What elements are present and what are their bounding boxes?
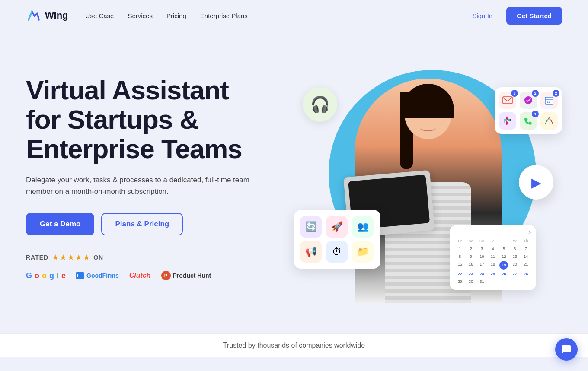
chat-icon bbox=[561, 344, 572, 355]
dash-item-6: 📁 bbox=[352, 241, 374, 263]
rating-section: RATED ★ ★ ★ ★ ★ ON bbox=[26, 253, 251, 262]
nav-left: Wing Use Case Services Pricing Enterpris… bbox=[26, 8, 248, 23]
ph-text: Product Hunt bbox=[173, 272, 211, 279]
dashboard-card: 🔄 🚀 👥 📢 ⏱ 📁 bbox=[294, 210, 380, 269]
dash-item-5: ⏱ bbox=[326, 241, 348, 263]
dash-item-2: 🚀 bbox=[326, 216, 348, 238]
ph-icon: P bbox=[161, 271, 171, 280]
logo[interactable]: Wing bbox=[26, 8, 68, 23]
star-3: ★ bbox=[67, 253, 74, 262]
app-icons-card: 3 2 31 2 1 bbox=[495, 87, 562, 134]
star-2: ★ bbox=[60, 253, 67, 262]
trust-logos: Google f GoodFirms Clutch P Product Hunt bbox=[26, 271, 251, 280]
calendar-icon: 31 2 bbox=[540, 92, 558, 109]
logo-text: Wing bbox=[45, 10, 68, 21]
svg-rect-8 bbox=[504, 119, 507, 121]
svg-text:f: f bbox=[77, 273, 79, 278]
plans-pricing-button[interactable]: Plans & Pricing bbox=[101, 213, 183, 235]
bottom-strip: Trusted by thousands of companies worldw… bbox=[0, 333, 588, 357]
hero-section: Virtual Assistant for Startups & Enterpr… bbox=[0, 31, 588, 333]
svg-rect-2 bbox=[503, 97, 512, 104]
rating-on: ON bbox=[93, 254, 103, 261]
hero-subtitle: Delegate your work, tasks & processes to… bbox=[26, 174, 251, 197]
svg-rect-10 bbox=[504, 121, 505, 123]
dashboard-grid: 🔄 🚀 👥 📢 ⏱ 📁 bbox=[300, 216, 374, 263]
dash-item-4: 📢 bbox=[300, 241, 322, 263]
get-demo-button[interactable]: Get a Demo bbox=[26, 213, 94, 235]
stars: ★ ★ ★ ★ ★ bbox=[52, 253, 90, 262]
notion-icon: 2 bbox=[520, 92, 537, 109]
hero-buttons: Get a Demo Plans & Pricing bbox=[26, 213, 251, 235]
get-started-button[interactable]: Get Started bbox=[506, 7, 562, 25]
wing-logo-icon bbox=[26, 8, 42, 23]
star-4: ★ bbox=[75, 253, 82, 262]
nav-right: Sign In Get Started bbox=[465, 7, 562, 25]
bottom-strip-text: Trusted by thousands of companies worldw… bbox=[223, 342, 365, 349]
today-indicator: 19 bbox=[499, 261, 508, 270]
calendar-card: > Fr Sa Su M T W Th 1 2 3 4 5 6 7 8 9 10… bbox=[450, 225, 536, 290]
star-1: ★ bbox=[52, 253, 59, 262]
cal-header: > bbox=[455, 230, 531, 235]
signin-button[interactable]: Sign In bbox=[465, 9, 499, 23]
google-logo: Google bbox=[26, 271, 66, 280]
navbar: Wing Use Case Services Pricing Enterpris… bbox=[0, 0, 588, 31]
goodfirms-logo: f GoodFirms bbox=[76, 272, 119, 279]
play-button[interactable]: ▶ bbox=[519, 165, 553, 200]
svg-rect-7 bbox=[506, 121, 508, 125]
phone-icon: 1 bbox=[520, 112, 537, 130]
gmail-icon: 3 bbox=[499, 92, 516, 109]
chat-button[interactable] bbox=[555, 338, 578, 361]
hero-left: Virtual Assistant for Startups & Enterpr… bbox=[26, 76, 251, 281]
dash-item-3: 👥 bbox=[352, 216, 374, 238]
producthunt-logo: P Product Hunt bbox=[161, 271, 211, 280]
headset-bubble: 🎧 bbox=[303, 87, 337, 122]
dash-item-1: 🔄 bbox=[300, 216, 322, 238]
nav-link-use-case[interactable]: Use Case bbox=[86, 12, 114, 19]
drive-icon bbox=[540, 112, 558, 130]
cal-days: Fr Sa Su M T W Th 1 2 3 4 5 6 7 8 9 10 1… bbox=[455, 238, 531, 285]
nav-links: Use Case Services Pricing Enterprise Pla… bbox=[86, 12, 248, 19]
hero-illustration: 🎧 3 2 31 2 1 bbox=[294, 53, 562, 303]
rating-label: RATED bbox=[26, 254, 48, 261]
hero-title: Virtual Assistant for Startups & Enterpr… bbox=[26, 76, 251, 164]
nav-link-services[interactable]: Services bbox=[128, 12, 153, 19]
star-5: ★ bbox=[83, 253, 90, 262]
slack-icon bbox=[499, 112, 516, 130]
svg-text:31: 31 bbox=[547, 100, 550, 103]
hair bbox=[402, 84, 454, 118]
nav-link-pricing[interactable]: Pricing bbox=[166, 12, 186, 19]
svg-rect-11 bbox=[510, 119, 511, 121]
nav-link-enterprise[interactable]: Enterprise Plans bbox=[200, 12, 248, 19]
clutch-logo: Clutch bbox=[129, 272, 151, 279]
